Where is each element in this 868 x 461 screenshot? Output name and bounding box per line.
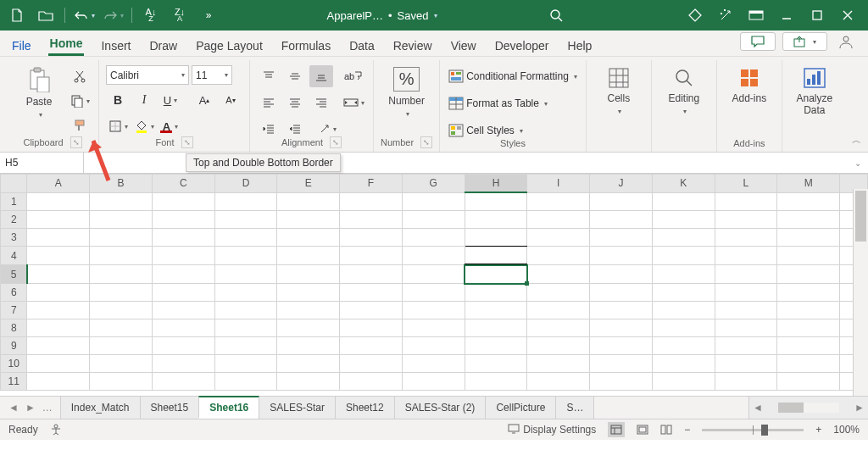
cell-L10[interactable]	[715, 355, 777, 373]
editing-button[interactable]: Editing▾	[659, 65, 709, 117]
cell-H4[interactable]	[465, 247, 527, 265]
cell-G10[interactable]	[402, 355, 465, 373]
cell-A3[interactable]	[27, 229, 90, 247]
cell-L8[interactable]	[715, 319, 777, 337]
sheet-tab[interactable]: SALES-Star (2)	[394, 397, 487, 419]
tab-review[interactable]: Review	[392, 36, 434, 56]
cell-M9[interactable]	[777, 337, 840, 355]
name-box[interactable]: H5	[0, 153, 84, 173]
font-name-combo[interactable]: Calibri▾	[106, 65, 189, 85]
expand-formula-bar-icon[interactable]: ⌄	[854, 158, 861, 168]
view-normal-icon[interactable]	[608, 422, 625, 437]
sheet-tab[interactable]: S…	[555, 397, 594, 419]
col-header-F[interactable]: F	[340, 175, 403, 193]
cell-I5[interactable]	[527, 265, 590, 284]
cell-C10[interactable]	[152, 355, 214, 373]
tab-insert[interactable]: Insert	[99, 36, 132, 56]
cell-L9[interactable]	[715, 337, 777, 355]
align-left-icon[interactable]	[257, 92, 281, 114]
redo-icon[interactable]: ▾	[101, 4, 125, 26]
accessibility-icon[interactable]	[50, 424, 62, 436]
zoom-out-icon[interactable]: −	[684, 424, 690, 436]
cell-F1[interactable]	[340, 192, 403, 211]
share-button[interactable]: ▾	[782, 32, 827, 51]
col-header-E[interactable]: E	[277, 175, 340, 193]
cell-M1[interactable]	[777, 192, 840, 211]
sheet-next-icon[interactable]: ►	[25, 402, 36, 414]
ribbon-mode-icon[interactable]	[741, 4, 771, 26]
minimize-icon[interactable]	[771, 4, 802, 26]
clipboard-launcher-icon[interactable]: ⤡	[70, 136, 82, 148]
cell-M4[interactable]	[777, 247, 840, 265]
cell-E8[interactable]	[277, 319, 340, 337]
cell-I11[interactable]	[527, 373, 590, 391]
cell-K8[interactable]	[652, 319, 715, 337]
tab-draw[interactable]: Draw	[147, 36, 179, 56]
cell-D8[interactable]	[214, 319, 277, 337]
cell-A5[interactable]	[27, 265, 90, 284]
comments-button[interactable]	[740, 32, 776, 51]
select-all-corner[interactable]	[1, 175, 27, 193]
close-icon[interactable]	[832, 4, 863, 26]
cell-M8[interactable]	[777, 319, 840, 337]
cell-A4[interactable]	[27, 247, 90, 265]
cell-I10[interactable]	[527, 355, 590, 373]
cell-G8[interactable]	[402, 319, 465, 337]
row-header-9[interactable]: 9	[1, 337, 27, 355]
cell-A2[interactable]	[27, 211, 90, 229]
cell-A6[interactable]	[27, 284, 90, 302]
cell-B11[interactable]	[90, 373, 153, 391]
sheet-all-icon[interactable]: …	[42, 402, 53, 414]
cell-G11[interactable]	[402, 373, 465, 391]
sort-desc-icon[interactable]: Z↓A	[168, 4, 192, 26]
cell-M2[interactable]	[777, 211, 840, 229]
cell-B1[interactable]	[90, 192, 153, 211]
cell-G1[interactable]	[402, 192, 465, 211]
cell-B2[interactable]	[90, 211, 153, 229]
cell-H11[interactable]	[465, 373, 527, 391]
col-header-B[interactable]: B	[90, 175, 153, 193]
addins-button[interactable]: Add-ins	[724, 65, 775, 106]
cell-F5[interactable]	[340, 265, 403, 284]
search-icon[interactable]	[544, 4, 568, 26]
cell-F4[interactable]	[340, 247, 403, 265]
cell-J2[interactable]	[590, 211, 653, 229]
tab-home[interactable]: Home	[48, 33, 85, 56]
cell-C2[interactable]	[152, 211, 214, 229]
paste-button[interactable]: Paste▾	[14, 65, 64, 120]
align-bottom-icon[interactable]	[309, 65, 333, 87]
cell-B3[interactable]	[90, 229, 153, 247]
vertical-scrollbar[interactable]	[853, 189, 868, 396]
collapse-ribbon-icon[interactable]: ︿	[852, 134, 861, 147]
cell-K2[interactable]	[652, 211, 715, 229]
row-header-7[interactable]: 7	[1, 302, 27, 319]
cell-J4[interactable]	[590, 247, 653, 265]
horizontal-scrollbar[interactable]: ◄►	[748, 397, 868, 419]
font-launcher-icon[interactable]: ⤡	[181, 136, 193, 148]
cell-K5[interactable]	[652, 265, 715, 284]
sheet-prev-icon[interactable]: ◄	[8, 402, 19, 414]
cell-B6[interactable]	[90, 284, 153, 302]
cell-I6[interactable]	[527, 284, 590, 302]
cell-D6[interactable]	[214, 284, 277, 302]
cell-L11[interactable]	[715, 373, 777, 391]
conditional-formatting-button[interactable]: Conditional Formatting▾	[447, 65, 579, 87]
wrap-text-icon[interactable]: ab	[342, 65, 365, 87]
sheet-tab[interactable]: Index_Match	[60, 397, 141, 419]
zoom-value[interactable]: 100%	[833, 424, 860, 436]
cell-G3[interactable]	[402, 229, 465, 247]
sheet-tab[interactable]: Sheet12	[335, 397, 395, 419]
tab-data[interactable]: Data	[348, 36, 376, 56]
cell-H8[interactable]	[465, 319, 527, 337]
cell-K10[interactable]	[652, 355, 715, 373]
cell-J9[interactable]	[590, 337, 653, 355]
row-header-3[interactable]: 3	[1, 229, 27, 247]
cell-E2[interactable]	[277, 211, 340, 229]
cell-A10[interactable]	[27, 355, 90, 373]
row-header-5[interactable]: 5	[1, 265, 27, 284]
cell-I4[interactable]	[527, 247, 590, 265]
cell-C6[interactable]	[152, 284, 214, 302]
cell-L1[interactable]	[715, 192, 777, 211]
cell-I2[interactable]	[527, 211, 590, 229]
cell-D11[interactable]	[214, 373, 277, 391]
